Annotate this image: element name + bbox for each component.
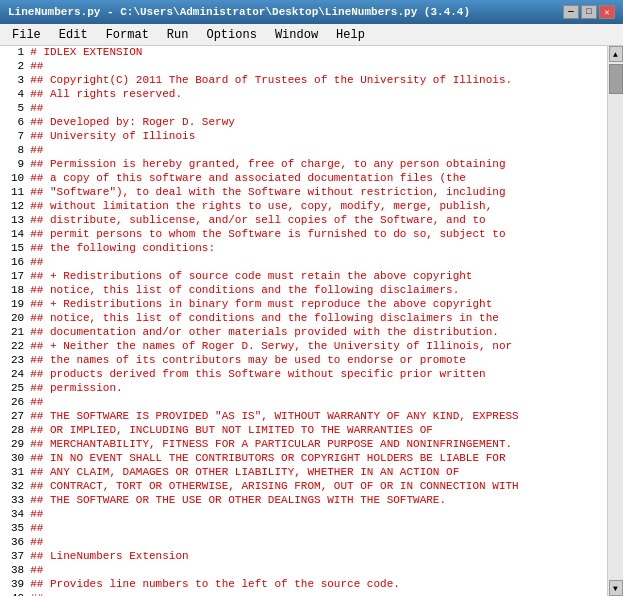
line-code: ## a copy of this software and associate… bbox=[28, 172, 607, 186]
line-code: ## distribute, sublicense, and/or sell c… bbox=[28, 214, 607, 228]
line-number: 27 bbox=[0, 410, 28, 424]
code-area[interactable]: 1# IDLEX EXTENSION2##3## Copyright(C) 20… bbox=[0, 46, 607, 596]
line-number: 19 bbox=[0, 298, 28, 312]
menu-item-file[interactable]: File bbox=[4, 26, 49, 44]
table-row: 40## bbox=[0, 592, 607, 596]
table-row: 16## bbox=[0, 256, 607, 270]
table-row: 33## THE SOFTWARE OR THE USE OR OTHER DE… bbox=[0, 494, 607, 508]
line-code: ## permit persons to whom the Software i… bbox=[28, 228, 607, 242]
table-row: 2## bbox=[0, 60, 607, 74]
table-row: 9## Permission is hereby granted, free o… bbox=[0, 158, 607, 172]
line-code: ## IN NO EVENT SHALL THE CONTRIBUTORS OR… bbox=[28, 452, 607, 466]
line-code: ## bbox=[28, 60, 607, 74]
scrollbar-thumb[interactable] bbox=[609, 64, 623, 94]
line-number: 3 bbox=[0, 74, 28, 88]
table-row: 28## OR IMPLIED, INCLUDING BUT NOT LIMIT… bbox=[0, 424, 607, 438]
table-row: 21## documentation and/or other material… bbox=[0, 326, 607, 340]
line-number: 12 bbox=[0, 200, 28, 214]
line-code: ## bbox=[28, 396, 607, 410]
line-number: 18 bbox=[0, 284, 28, 298]
window-title: LineNumbers.py - C:\Users\Administrator\… bbox=[8, 6, 470, 18]
line-code: ## Provides line numbers to the left of … bbox=[28, 578, 607, 592]
table-row: 12## without limitation the rights to us… bbox=[0, 200, 607, 214]
line-code: ## University of Illinois bbox=[28, 130, 607, 144]
line-number: 5 bbox=[0, 102, 28, 116]
scrollbar-down-button[interactable]: ▼ bbox=[609, 580, 623, 596]
table-row: 39## Provides line numbers to the left o… bbox=[0, 578, 607, 592]
line-number: 38 bbox=[0, 564, 28, 578]
line-number: 31 bbox=[0, 466, 28, 480]
line-number: 26 bbox=[0, 396, 28, 410]
line-number: 40 bbox=[0, 592, 28, 596]
line-number: 22 bbox=[0, 340, 28, 354]
table-row: 19## + Redistributions in binary form mu… bbox=[0, 298, 607, 312]
line-code: ## products derived from this Software w… bbox=[28, 368, 607, 382]
line-number: 35 bbox=[0, 522, 28, 536]
line-number: 1 bbox=[0, 46, 28, 60]
line-number: 34 bbox=[0, 508, 28, 522]
table-row: 38## bbox=[0, 564, 607, 578]
table-row: 18## notice, this list of conditions and… bbox=[0, 284, 607, 298]
line-code: ## LineNumbers Extension bbox=[28, 550, 607, 564]
line-number: 37 bbox=[0, 550, 28, 564]
maximize-button[interactable]: □ bbox=[581, 5, 597, 19]
menu-item-help[interactable]: Help bbox=[328, 26, 373, 44]
line-code: ## the following conditions: bbox=[28, 242, 607, 256]
table-row: 7## University of Illinois bbox=[0, 130, 607, 144]
line-code: ## All rights reserved. bbox=[28, 88, 607, 102]
table-row: 26## bbox=[0, 396, 607, 410]
table-row: 36## bbox=[0, 536, 607, 550]
scrollbar-up-button[interactable]: ▲ bbox=[609, 46, 623, 62]
title-bar: LineNumbers.py - C:\Users\Administrator\… bbox=[0, 0, 623, 24]
table-row: 14## permit persons to whom the Software… bbox=[0, 228, 607, 242]
table-row: 3## Copyright(C) 2011 The Board of Trust… bbox=[0, 74, 607, 88]
editor-container: 1# IDLEX EXTENSION2##3## Copyright(C) 20… bbox=[0, 46, 623, 596]
line-number: 20 bbox=[0, 312, 28, 326]
line-number: 8 bbox=[0, 144, 28, 158]
minimize-button[interactable]: — bbox=[563, 5, 579, 19]
menu-item-window[interactable]: Window bbox=[267, 26, 326, 44]
line-code: ## OR IMPLIED, INCLUDING BUT NOT LIMITED… bbox=[28, 424, 607, 438]
menu-item-run[interactable]: Run bbox=[159, 26, 197, 44]
menu-item-edit[interactable]: Edit bbox=[51, 26, 96, 44]
line-code: ## + Redistributions of source code must… bbox=[28, 270, 607, 284]
line-number: 30 bbox=[0, 452, 28, 466]
table-row: 23## the names of its contributors may b… bbox=[0, 354, 607, 368]
line-number: 17 bbox=[0, 270, 28, 284]
table-row: 27## THE SOFTWARE IS PROVIDED "AS IS", W… bbox=[0, 410, 607, 424]
line-code: ## bbox=[28, 102, 607, 116]
line-code: ## bbox=[28, 592, 607, 596]
line-number: 29 bbox=[0, 438, 28, 452]
line-number: 4 bbox=[0, 88, 28, 102]
line-code: ## bbox=[28, 522, 607, 536]
line-code: ## Developed by: Roger D. Serwy bbox=[28, 116, 607, 130]
table-row: 20## notice, this list of conditions and… bbox=[0, 312, 607, 326]
table-row: 22## + Neither the names of Roger D. Ser… bbox=[0, 340, 607, 354]
menu-item-options[interactable]: Options bbox=[198, 26, 264, 44]
table-row: 6## Developed by: Roger D. Serwy bbox=[0, 116, 607, 130]
line-number: 28 bbox=[0, 424, 28, 438]
table-row: 30## IN NO EVENT SHALL THE CONTRIBUTORS … bbox=[0, 452, 607, 466]
line-number: 23 bbox=[0, 354, 28, 368]
line-code: ## "Software"), to deal with the Softwar… bbox=[28, 186, 607, 200]
menu-item-format[interactable]: Format bbox=[98, 26, 157, 44]
line-code: # IDLEX EXTENSION bbox=[28, 46, 607, 60]
line-code: ## bbox=[28, 256, 607, 270]
code-table: 1# IDLEX EXTENSION2##3## Copyright(C) 20… bbox=[0, 46, 607, 596]
line-number: 39 bbox=[0, 578, 28, 592]
line-code: ## THE SOFTWARE IS PROVIDED "AS IS", WIT… bbox=[28, 410, 607, 424]
table-row: 31## ANY CLAIM, DAMAGES OR OTHER LIABILI… bbox=[0, 466, 607, 480]
line-code: ## + Neither the names of Roger D. Serwy… bbox=[28, 340, 607, 354]
table-row: 11## "Software"), to deal with the Softw… bbox=[0, 186, 607, 200]
line-number: 25 bbox=[0, 382, 28, 396]
line-number: 11 bbox=[0, 186, 28, 200]
table-row: 4## All rights reserved. bbox=[0, 88, 607, 102]
line-number: 13 bbox=[0, 214, 28, 228]
close-button[interactable]: ✕ bbox=[599, 5, 615, 19]
line-code: ## Copyright(C) 2011 The Board of Truste… bbox=[28, 74, 607, 88]
line-code: ## permission. bbox=[28, 382, 607, 396]
scrollbar[interactable]: ▲ ▼ bbox=[607, 46, 623, 596]
table-row: 34## bbox=[0, 508, 607, 522]
menu-bar: FileEditFormatRunOptionsWindowHelp bbox=[0, 24, 623, 46]
line-code: ## bbox=[28, 144, 607, 158]
